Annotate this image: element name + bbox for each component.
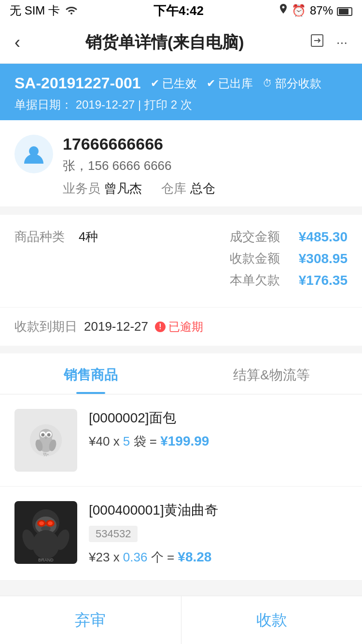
battery-icon (337, 4, 352, 17)
product-info-2: [000400001]黄油曲奇 534532 ¥23 x 0.36 个 = ¥8… (89, 501, 348, 566)
overdue-badge: ! 已逾期 (155, 319, 203, 335)
product-item-2: BRAND [000400001]黄油曲奇 534532 ¥23 x 0.36 … (0, 487, 362, 581)
nav-bar: ‹ 销货单详情(来自电脑) ··· (0, 21, 362, 64)
svg-point-8 (47, 433, 51, 436)
order-id: SA-20191227-001 (14, 74, 141, 92)
salesperson-value: 曾凡杰 (104, 180, 142, 197)
received-value: ¥308.95 (290, 251, 348, 266)
amount-label: 成交金额 (230, 228, 280, 245)
divider-1 (0, 207, 362, 215)
nav-actions: ··· (309, 33, 348, 52)
overdue-text: 已逾期 (168, 319, 203, 335)
summary-right: 成交金额 ¥485.30 收款金额 ¥308.95 本单欠款 ¥176.35 (230, 228, 348, 294)
alarm-icon: ⏰ (292, 4, 306, 17)
header-banner: SA-20191227-001 ✔ 已生效 ✔ 已出库 ⏱ 部分收款 单据日期：… (0, 64, 362, 120)
amount-value: ¥485.30 (290, 229, 348, 245)
product-qty-2: 0.36 (123, 550, 148, 564)
svg-point-19 (48, 521, 53, 525)
tab-settlement[interactable]: 结算&物流等 (181, 353, 362, 394)
back-button[interactable]: ‹ (14, 32, 20, 53)
badge-shipped: ✔ 已出库 (207, 76, 253, 91)
salesperson-label: 业务员 (63, 180, 100, 197)
badge-active: ✔ 已生效 (151, 76, 197, 91)
product-tag-2: 534532 (89, 526, 138, 542)
product-thumb-2: BRAND (14, 501, 77, 564)
bottom-bar: 弃审 收款 (0, 596, 362, 644)
warehouse-value: 总仓 (190, 180, 215, 197)
status-time: 下午4:42 (153, 2, 204, 19)
types-label: 商品种类 (14, 229, 65, 244)
tab-products[interactable]: 销售商品 (0, 353, 181, 394)
svg-point-21 (32, 530, 59, 559)
more-button[interactable]: ··· (336, 35, 348, 50)
due-date: 2019-12-27 (84, 319, 148, 334)
status-right: ⏰ 87% (279, 4, 352, 17)
customer-info: 17666666666 张，156 6666 6666 业务员 曾凡杰 仓库 总… (63, 135, 348, 197)
summary-section: 商品种类 4种 成交金额 ¥485.30 收款金额 ¥308.95 本单欠款 ¥… (0, 215, 362, 307)
owed-value: ¥176.35 (290, 273, 348, 288)
customer-meta: 业务员 曾凡杰 仓库 总仓 (63, 180, 348, 197)
due-label: 收款到期日 (14, 318, 77, 335)
owed-row: 本单欠款 ¥176.35 (230, 272, 348, 289)
svg-point-7 (41, 433, 44, 436)
warehouse-label: 仓库 (161, 180, 186, 197)
order-id-row: SA-20191227-001 ✔ 已生效 ✔ 已出库 ⏱ 部分收款 (14, 74, 348, 92)
product-name-1: [0000002]面包 (89, 409, 348, 427)
product-price-1: ¥40 x 5 袋 = ¥199.99 (89, 433, 348, 450)
summary-left: 商品种类 4种 (14, 228, 98, 248)
badge-partial: ⏱ 部分收款 (263, 76, 321, 91)
product-total-1: ¥199.99 (160, 434, 209, 448)
product-qty-1: 5 (123, 434, 130, 448)
location-icon (279, 4, 288, 17)
check-icon-2: ✔ (207, 77, 215, 90)
order-meta: 单据日期： 2019-12-27 | 打印 2 次 (14, 97, 348, 112)
wifi-icon (65, 4, 78, 17)
customer-phone: 张，156 6666 6666 (63, 157, 348, 174)
cancel-button[interactable]: 弃审 (0, 596, 181, 644)
avatar (14, 135, 53, 173)
received-label: 收款金额 (230, 250, 280, 267)
customer-name: 17666666666 (63, 135, 348, 154)
product-price-2: ¥23 x 0.36 个 = ¥8.28 (89, 549, 348, 566)
amount-row: 成交金额 ¥485.30 (230, 228, 348, 245)
share-button[interactable] (309, 33, 325, 52)
due-section: 收款到期日 2019-12-27 ! 已逾期 (0, 307, 362, 346)
warehouse-item: 仓库 总仓 (161, 180, 215, 197)
owed-label: 本单欠款 (230, 272, 280, 289)
svg-text:BRAND: BRAND (38, 558, 54, 562)
status-bar: 无 SIM 卡 下午4:42 ⏰ 87% (0, 0, 362, 21)
product-info-1: [0000002]面包 ¥40 x 5 袋 = ¥199.99 (89, 409, 348, 450)
collect-button[interactable]: 收款 (181, 596, 362, 644)
owl-placeholder: 鸮+ (14, 409, 77, 472)
svg-text:鸮+: 鸮+ (43, 452, 49, 457)
carrier-text: 无 SIM 卡 (10, 3, 60, 18)
customer-section: 17666666666 张，156 6666 6666 业务员 曾凡杰 仓库 总… (0, 120, 362, 207)
types-count: 4种 (79, 229, 98, 244)
received-row: 收款金额 ¥308.95 (230, 250, 348, 267)
salesperson-item: 业务员 曾凡杰 (63, 180, 142, 197)
status-left: 无 SIM 卡 (10, 3, 78, 18)
page-title: 销货单详情(来自电脑) (85, 31, 244, 54)
types-row: 商品种类 4种 (14, 228, 98, 245)
product-name-2: [000400001]黄油曲奇 (89, 501, 348, 519)
product-thumb-1: 鸮+ (14, 409, 77, 472)
clock-icon: ⏱ (263, 78, 272, 89)
tabs-section: 销售商品 结算&物流等 (0, 353, 362, 394)
overdue-dot-icon: ! (155, 322, 166, 332)
product-list: 鸮+ [0000002]面包 ¥40 x 5 袋 = ¥199.99 (0, 394, 362, 581)
battery-text: 87% (310, 4, 333, 17)
svg-point-18 (39, 521, 44, 525)
product-item-1: 鸮+ [0000002]面包 ¥40 x 5 袋 = ¥199.99 (0, 394, 362, 487)
check-icon-1: ✔ (151, 77, 159, 90)
product-total-2: ¥8.28 (178, 549, 211, 564)
